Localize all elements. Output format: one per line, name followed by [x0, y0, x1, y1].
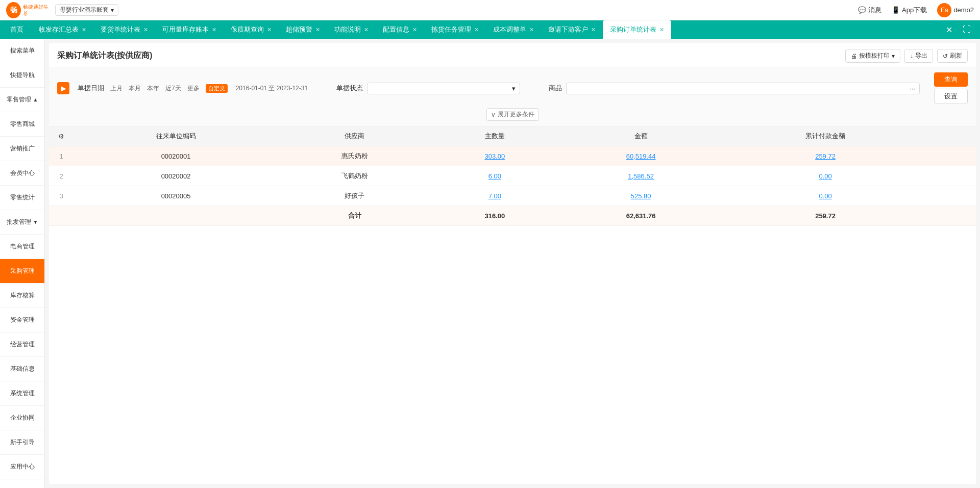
retail-mall-label: 零售商城 — [10, 120, 35, 129]
workspace-chevron-icon: ▾ — [111, 7, 114, 14]
tab-invite-downstream[interactable]: 邀请下游客户 ✕ — [541, 20, 603, 39]
shortcut-more[interactable]: 更多 — [185, 84, 202, 93]
settings-button[interactable]: 设置 — [934, 89, 968, 104]
tab-close-icon[interactable]: ✕ — [364, 27, 369, 33]
sidebar-item-enterprise-wechat[interactable]: 企业微信 — [0, 479, 44, 488]
tab-close-icon[interactable]: ✕ — [659, 27, 664, 33]
expand-more-button[interactable]: ∨ 展开更多条件 — [486, 108, 539, 121]
row-quantity[interactable]: 303.00 — [431, 146, 559, 166]
shortcut-this-month[interactable]: 本月 — [127, 84, 143, 93]
tab-pick-task[interactable]: 拣货任务管理 ✕ — [424, 20, 486, 39]
tab-close-icon[interactable]: ✕ — [474, 27, 479, 33]
sidebar-item-retail-mall[interactable]: 零售商城 — [0, 112, 44, 137]
row-code: 00020001 — [74, 146, 278, 166]
workspace-selector[interactable]: 母婴行业演示账套 ▾ — [55, 4, 118, 16]
row-paid[interactable]: 0.00 — [723, 166, 928, 186]
top-header: 畅 畅捷通好生意 母婴行业演示账套 ▾ 💬 消息 📱 App下载 Ea demo… — [0, 0, 980, 20]
close-tab-button[interactable]: ✕ — [943, 24, 955, 36]
custom-date-badge[interactable]: 自定义 — [206, 84, 228, 93]
more-icon[interactable]: ··· — [910, 85, 915, 92]
shortcut-last-month[interactable]: 上月 — [108, 84, 125, 93]
row-extra — [928, 166, 976, 186]
row-num: 3 — [49, 186, 74, 206]
tab-label: 要货单统计表 — [101, 25, 140, 34]
print-button[interactable]: 🖨 按模板打印 ▾ — [845, 49, 900, 63]
tab-receive-summary[interactable]: 收发存汇总表 ✕ — [32, 20, 93, 39]
sidebar-item-retail[interactable]: 零售管理 ▲ — [0, 88, 44, 112]
row-amount[interactable]: 525.80 — [559, 186, 723, 206]
table-row: 1 00020001 惠氏奶粉 303.00 60,519.44 259.72 — [49, 146, 976, 166]
table-header-row: ⚙ 往来单位编码 供应商 主数量 金额 累计付款金额 — [49, 126, 976, 146]
tab-cost-adjust[interactable]: 成本调整单 ✕ — [486, 20, 541, 39]
nav-right-actions: ✕ ⛶ — [943, 24, 978, 36]
row-amount[interactable]: 1,586.52 — [559, 166, 723, 186]
app-download-button[interactable]: 📱 App下载 — [892, 6, 927, 15]
tab-close-icon[interactable]: ✕ — [315, 27, 320, 33]
tab-inventory-ledger[interactable]: 可用量库存账本 ✕ — [155, 20, 224, 39]
member-label: 会员中心 — [10, 169, 35, 177]
filter-area: ▶ 单据日期 上月 本月 本年 近7天 更多 自定义 — [49, 67, 976, 126]
shortcut-7days[interactable]: 近7天 — [163, 84, 183, 93]
user-avatar[interactable]: Ea demo2 — [937, 3, 974, 17]
export-button[interactable]: ↓ 导出 — [904, 49, 933, 63]
tab-function-desc[interactable]: 功能说明 ✕ — [327, 20, 376, 39]
filter-toggle-button[interactable]: ▶ — [57, 82, 69, 94]
shortcut-this-year[interactable]: 本年 — [145, 84, 161, 93]
tab-close-icon[interactable]: ✕ — [591, 27, 596, 33]
footer-summary: 合计 — [278, 206, 431, 226]
sidebar-item-purchase[interactable]: 采购管理 — [0, 259, 44, 284]
tab-close-icon[interactable]: ✕ — [212, 27, 216, 33]
tab-expiry-query[interactable]: 保质期查询 ✕ — [224, 20, 279, 39]
tab-overstock-warning[interactable]: 超储预警 ✕ — [279, 20, 327, 39]
sidebar-item-marketing[interactable]: 营销推广 — [0, 137, 44, 161]
top-right-actions: 💬 消息 📱 App下载 Ea demo2 — [858, 3, 974, 17]
col-supplier: 供应商 — [278, 126, 431, 146]
date-filter-label: 单据日期 — [78, 84, 104, 93]
row-supplier: 飞鹤奶粉 — [278, 166, 431, 186]
tab-close-icon[interactable]: ✕ — [143, 27, 148, 33]
tab-close-icon[interactable]: ✕ — [412, 27, 417, 33]
sidebar-item-app-center[interactable]: 应用中心 — [0, 455, 44, 479]
tab-home-label: 首页 — [10, 25, 23, 34]
status-select[interactable]: ▾ — [367, 83, 520, 94]
search-button[interactable]: 查询 — [934, 72, 968, 87]
goods-label: 商品 — [549, 84, 562, 93]
tab-config-info[interactable]: 配置信息 ✕ — [376, 20, 424, 39]
row-quantity[interactable]: 6.00 — [431, 166, 559, 186]
tab-home[interactable]: 首页 — [2, 20, 32, 39]
tab-close-icon[interactable]: ✕ — [267, 27, 272, 33]
chevron-down-icon: ▲ — [33, 97, 38, 102]
tab-close-icon[interactable]: ✕ — [82, 27, 86, 33]
tab-purchase-order-stats[interactable]: 采购订单统计表 ✕ — [603, 20, 671, 39]
sidebar-item-member[interactable]: 会员中心 — [0, 161, 44, 186]
row-paid[interactable]: 259.72 — [723, 146, 928, 166]
sidebar-item-shortcut[interactable]: 快捷导航 — [0, 63, 44, 88]
row-quantity[interactable]: 7.00 — [431, 186, 559, 206]
col-settings[interactable]: ⚙ — [49, 126, 74, 146]
tab-purchase-stats[interactable]: 要货单统计表 ✕ — [93, 20, 155, 39]
goods-input[interactable]: ··· — [566, 83, 920, 94]
maximize-button[interactable]: ⛶ — [960, 24, 974, 35]
sidebar-item-finance[interactable]: 资金管理 — [0, 308, 44, 332]
tab-close-icon[interactable]: ✕ — [529, 27, 534, 33]
refresh-button[interactable]: ↺ 刷新 — [937, 49, 968, 63]
tab-label: 可用量库存账本 — [162, 25, 209, 34]
sidebar-item-search[interactable]: 搜索菜单 — [0, 39, 44, 63]
sidebar-item-retail-stats[interactable]: 零售统计 — [0, 186, 44, 210]
message-button[interactable]: 💬 消息 — [858, 6, 881, 15]
row-paid[interactable]: 0.00 — [723, 186, 928, 206]
sidebar-item-operation[interactable]: 经营管理 — [0, 332, 44, 357]
tab-label: 超储预警 — [286, 25, 312, 34]
sidebar-item-system[interactable]: 系统管理 — [0, 381, 44, 406]
sidebar-item-enterprise[interactable]: 企业协同 — [0, 406, 44, 430]
col-amount: 金额 — [559, 126, 723, 146]
page-header: 采购订单统计表(按供应商) 🖨 按模板打印 ▾ ↓ 导出 ↺ 刷新 — [49, 43, 976, 67]
sidebar-item-ecommerce[interactable]: 电商管理 — [0, 235, 44, 259]
row-amount[interactable]: 60,519.44 — [559, 146, 723, 166]
tab-label: 拣货任务管理 — [431, 25, 471, 34]
newbie-label: 新手引导 — [10, 438, 35, 447]
sidebar-item-wholesale[interactable]: 批发管理 ▼ — [0, 210, 44, 235]
sidebar-item-newbie[interactable]: 新手引导 — [0, 430, 44, 455]
sidebar-item-inventory[interactable]: 库存核算 — [0, 284, 44, 308]
sidebar-item-basic[interactable]: 基础信息 — [0, 357, 44, 381]
